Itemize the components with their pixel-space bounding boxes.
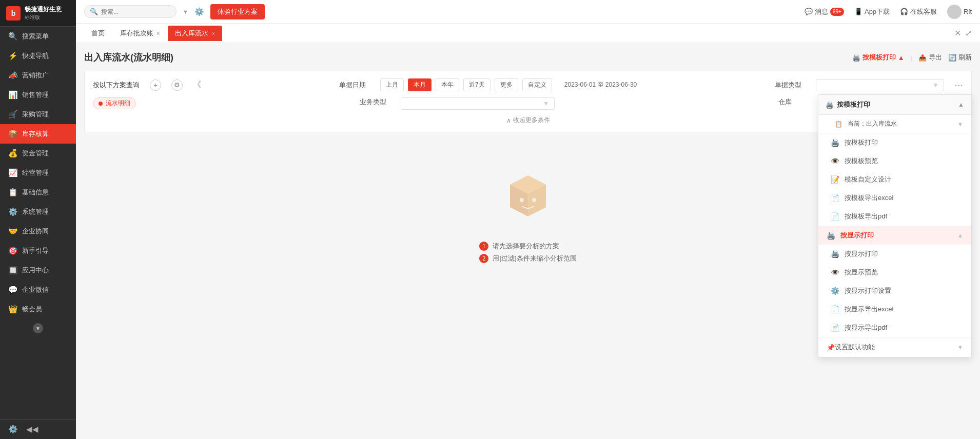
dropdown-template-excel[interactable]: 📄 按模板导出excel [818, 189, 971, 207]
empty-illustration [502, 170, 554, 231]
dropdown-footer[interactable]: 📌 设置默认功能 ▼ [818, 337, 971, 357]
sidebar-item-basic-info-label: 基础信息 [22, 188, 49, 197]
sidebar-item-marketing[interactable]: 📣营销推广 [0, 66, 76, 85]
customer-service-btn[interactable]: 🎧 在线客服 [900, 7, 937, 16]
date-btn-本年[interactable]: 本年 [436, 78, 459, 91]
sidebar-item-app-center[interactable]: 🔲应用中心 [0, 261, 76, 280]
filter-tag: 流水明细 [93, 97, 136, 109]
brand-sub: 标准版 [25, 14, 62, 21]
window-expand-btn[interactable]: ⤢ [965, 28, 972, 38]
dropdown-template-print[interactable]: 🖨️ 按模板打印 [818, 133, 971, 152]
sidebar-bottom: ⚙️ ◀◀ [0, 419, 76, 439]
biz-type-label: 业务类型 [360, 97, 390, 107]
message-label: 消息 [815, 7, 828, 16]
dropdown-template-pdf[interactable]: 📄 按模板导出pdf [818, 207, 971, 226]
sidebar-item-quick-nav[interactable]: ⚡快捷导航 [0, 46, 76, 66]
dropdown-template-preview[interactable]: 👁️ 按模板预览 [818, 152, 971, 170]
display-header-icon: 🖨️ [827, 231, 835, 240]
settings-icon[interactable]: ⚙️ [8, 425, 18, 434]
tab-inventory-batch-close[interactable]: × [156, 30, 160, 36]
sidebar-item-enterprise[interactable]: 🤝企业协同 [0, 222, 76, 241]
display-print-label: 按显示打印 [845, 249, 878, 258]
tab-inventory-batch[interactable]: 库存批次账 × [113, 26, 167, 41]
dropdown-display-preview[interactable]: 👁️ 按显示预览 [818, 263, 971, 282]
sidebar-logo-text: 畅捷通好生意 标准版 [25, 5, 62, 21]
member-icon: 👑 [8, 305, 18, 314]
dropdown-display-print[interactable]: 🖨️ 按显示打印 [818, 245, 971, 263]
page-header: 出入库流水(流水明细) 🖨️ 按模板打印 ▲ | 📤 导出 🔄 刷新 [84, 51, 972, 64]
export-icon: 📤 [918, 54, 927, 62]
filter-setting-btn[interactable]: ⚙ [171, 79, 183, 91]
doc-type-chevron: ▼ [932, 82, 938, 89]
export-btn[interactable]: 📤 导出 [918, 53, 942, 62]
filter-collapse-btn[interactable]: 《 [193, 79, 201, 90]
template-pdf-label: 按模板导出pdf [845, 212, 887, 221]
dropdown-display-header[interactable]: 🖨️ 按显示打印 ▲ [818, 226, 971, 245]
user-avatar-btn[interactable]: Rit [947, 5, 972, 19]
sidebar-item-member-label: 畅会员 [22, 305, 42, 314]
topbar-search-box[interactable]: 🔍 [84, 5, 177, 18]
refresh-icon: 🔄 [948, 54, 956, 62]
search-icon: 🔍 [90, 8, 98, 15]
print-template-btn[interactable]: 🖨️ 按模板打印 ▲ [852, 53, 905, 62]
sidebar-item-wecom[interactable]: 💬企业微信 [0, 280, 76, 300]
sidebar-item-member[interactable]: 👑畅会员 [0, 300, 76, 319]
dropdown-collapse-icon[interactable]: ▲ [958, 101, 964, 108]
sidebar-item-finance[interactable]: 💰资金管理 [0, 144, 76, 163]
sidebar-item-search[interactable]: 🔍搜索菜单 [0, 27, 76, 46]
refresh-btn[interactable]: 🔄 刷新 [948, 53, 972, 62]
tab-inventory-flow-close[interactable]: × [211, 30, 214, 36]
sidebar-item-operation[interactable]: 📈经营管理 [0, 163, 76, 183]
doc-type-more[interactable]: ··· [954, 79, 963, 91]
svg-point-4 [520, 198, 524, 202]
sidebar-item-sales[interactable]: 📊销售管理 [0, 85, 76, 105]
marketing-icon: 📣 [8, 71, 18, 80]
basic-info-icon: 📋 [8, 188, 18, 197]
topbar-gear-icon[interactable]: ⚙️ [194, 7, 204, 16]
sidebar-item-enterprise-label: 企业协同 [22, 227, 49, 236]
template-pdf-icon: 📄 [831, 212, 839, 221]
dropdown-template-custom[interactable]: 📝 模板自定义设计 [818, 170, 971, 189]
sidebar-item-purchase[interactable]: 🛒采购管理 [0, 105, 76, 124]
download-icon: 📱 [854, 8, 863, 15]
app-center-icon: 🔲 [8, 266, 18, 275]
filter-tag-label: 流水明细 [106, 99, 130, 108]
search-dropdown-icon[interactable]: ▼ [183, 9, 188, 15]
doc-type-select[interactable]: ▼ [816, 79, 944, 91]
date-btn-本月[interactable]: 本月 [408, 78, 432, 91]
sidebar-scroll-down[interactable]: ▼ [33, 323, 43, 333]
message-btn[interactable]: 💬 消息 99+ [805, 7, 844, 16]
display-settings-label: 按显示打印设置 [845, 286, 891, 295]
sidebar-item-app-center-label: 应用中心 [22, 266, 49, 275]
dropdown-current-item[interactable]: 📋 当前：出入库流水 ▼ [818, 115, 971, 133]
dropdown-title-label: 按模板打印 [837, 100, 870, 109]
collapse-icon[interactable]: ◀◀ [26, 425, 38, 434]
sidebar-item-system[interactable]: ⚙️系统管理 [0, 202, 76, 222]
date-btn-近7天[interactable]: 近7天 [463, 78, 491, 91]
sidebar-item-basic-info[interactable]: 📋基础信息 [0, 183, 76, 202]
dropdown-display-pdf[interactable]: 📄 按显示导出pdf [818, 318, 971, 337]
industry-btn[interactable]: 体验行业方案 [210, 4, 265, 19]
app-download-btn[interactable]: 📱 App下载 [854, 7, 890, 16]
search-input[interactable] [101, 8, 163, 15]
empty-box-svg [502, 170, 554, 222]
main-area: 🔍 ▼ ⚙️ 体验行业方案 💬 消息 99+ 📱 App下载 🎧 在线客服 Ri… [76, 0, 980, 439]
current-template-label: 当前：出入库流水 [848, 119, 897, 128]
sidebar-item-guide[interactable]: 🎯新手引导 [0, 241, 76, 261]
tab-home[interactable]: 首页 [84, 26, 112, 41]
window-close-btn[interactable]: ✕ [954, 28, 961, 38]
tab-inventory-flow[interactable]: 出入库流水 × [168, 26, 222, 41]
date-btn-上月[interactable]: 上月 [380, 78, 404, 91]
biz-type-select[interactable]: ▼ [401, 97, 555, 110]
sidebar-item-inventory[interactable]: 📦库存核算 [0, 124, 76, 144]
date-btn-更多[interactable]: 更多 [495, 78, 518, 91]
print-template-label: 按模板打印 [863, 53, 896, 62]
customer-service-label: 在线客服 [910, 7, 937, 16]
dropdown-display-excel[interactable]: 📄 按显示导出excel [818, 300, 971, 318]
filter-add-btn[interactable]: + [150, 79, 161, 91]
date-btn-自定义[interactable]: 自定义 [522, 78, 552, 91]
template-excel-icon: 📄 [831, 194, 839, 202]
guide-icon: 🎯 [8, 246, 18, 255]
dropdown-display-settings[interactable]: ⚙️ 按显示打印设置 [818, 282, 971, 300]
tabs-right-controls: ✕ ⤢ [954, 28, 972, 38]
